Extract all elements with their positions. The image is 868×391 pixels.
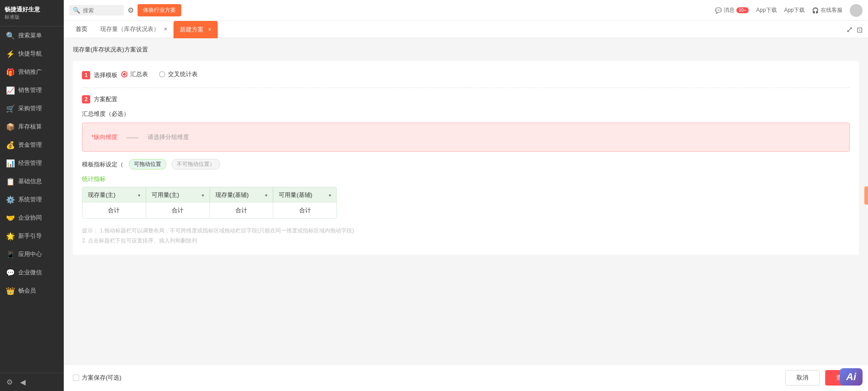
step1-header: 1 选择模板 汇总表 交叉统计表 [82,70,850,80]
right-edge-handle[interactable] [864,186,868,205]
tab-new-plan[interactable]: 新建方案 × [174,21,218,38]
sidebar-item-label: 库存核算 [18,123,42,131]
experience-btn[interactable]: 体验行业方案 [138,4,181,16]
sidebar: 畅捷通好生意 标准版 🔍 搜索菜单 ⚡ 快捷导航 🎁 营销推广 📈 销售管理 🛒… [0,0,64,391]
stat-cell-4: 合计 [273,203,337,218]
radio-summary[interactable]: 汇总表 [121,70,148,78]
message-label: 消息 [724,6,735,14]
page-title: 现存量(库存状况表)方案设置 [73,46,859,54]
sidebar-item-label: 畅会员 [18,287,36,295]
chevron-down-icon-1: ▾ [138,193,140,198]
settings-icon[interactable]: ⚙ [6,378,13,386]
stat-cell-3: 合计 [210,203,274,218]
sidebar-item-label: 营销推广 [18,68,42,76]
app-title: 畅捷通好生意 [5,5,59,14]
sidebar-item-quicknav[interactable]: ⚡ 快捷导航 [0,45,64,63]
app-download-text[interactable]: App下载 [784,6,805,14]
stat-table-header: 现存量(主) ▾ 可用量(主) ▾ 现存量(基辅) ▾ 可用量(基辅) ▾ [82,187,337,203]
tab-home[interactable]: 首页 [69,21,94,38]
step1-title: 选择模板 [94,71,117,79]
search-input[interactable] [83,7,119,14]
search-icon: 🔍 [6,31,15,40]
sidebar-item-system[interactable]: ⚙️ 系统管理 [0,190,64,209]
basic-info-icon: 📋 [6,177,15,185]
sidebar-item-purchase[interactable]: 🛒 采购管理 [0,99,64,118]
online-service-link[interactable]: 🎧 在线客服 [812,6,842,14]
hint-line-1: 提示： 1.拖动标题栏可以调整布局，不可跨维度或指标区域拖动栏目字段(只能在同一… [82,226,850,236]
hint-box: 提示： 1.拖动标题栏可以调整布局，不可跨维度或指标区域拖动栏目字段(只能在同一… [82,226,850,246]
bottom-area: 方案保存(可选) 取消 查询 [64,364,868,391]
radio-summary-circle [121,71,128,77]
stat-col-2-label: 可用量(主) [152,191,179,199]
online-service-text: 在线客服 [821,6,842,14]
dimension-section-label: 汇总维度（必选） [82,110,850,118]
sidebar-item-vip[interactable]: 👑 畅会员 [0,282,64,300]
sidebar-item-label: 系统管理 [18,196,42,204]
dimension-placeholder: 请选择分组维度 [148,133,189,141]
sidebar-item-basic-info[interactable]: 📋 基础信息 [0,172,64,190]
stat-cell-1: 合计 [82,203,146,218]
stat-col-3-label: 现存量(基辅) [215,191,249,199]
radio-cross-circle [159,71,165,77]
message-badge[interactable]: 💬 消息 99+ [715,6,749,14]
radio-cross[interactable]: 交叉统计表 [159,70,198,78]
sidebar-logo: 畅捷通好生意 标准版 [0,0,64,26]
sidebar-item-finance[interactable]: 💰 资金管理 [0,136,64,154]
cancel-button[interactable]: 取消 [785,370,820,386]
system-icon: ⚙️ [6,196,15,204]
sidebar-item-wechat[interactable]: 💬 企业微信 [0,263,64,282]
chevron-down-icon-4: ▾ [329,193,331,198]
dimension-required: *纵向维度 [92,133,117,141]
app-download-link[interactable]: App下载 [756,6,776,14]
stat-col-3[interactable]: 现存量(基辅) ▾ [210,187,274,203]
tab-inventory[interactable]: 现存量（库存状况表） × [94,21,174,38]
tab-new-plan-close[interactable]: × [208,26,211,33]
stat-cell-2: 合计 [146,203,210,218]
sidebar-item-collab[interactable]: 🤝 企业协同 [0,209,64,227]
sidebar-item-label: 搜索菜单 [18,31,42,40]
quicknav-icon: ⚡ [6,50,15,58]
template-options: 汇总表 交叉统计表 [121,70,198,78]
tabbar-expand-icon[interactable]: ⤢ ⊡ [846,25,863,35]
appstore-icon: 📱 [6,250,15,258]
stat-col-1-label: 现存量(主) [88,191,116,199]
ai-badge[interactable]: Ai [840,368,863,386]
sidebar-item-label: 快捷导航 [18,50,42,58]
sidebar-item-label: 应用中心 [18,250,42,258]
sidebar-item-marketing[interactable]: 🎁 营销推广 [0,63,64,81]
radio-summary-label: 汇总表 [130,70,148,78]
collapse-icon[interactable]: ◀ [20,378,26,386]
sidebar-item-newuser[interactable]: 🌟 新手引导 [0,227,64,245]
headset-icon: 🎧 [812,7,819,14]
sidebar-nav: 🔍 搜索菜单 ⚡ 快捷导航 🎁 营销推广 📈 销售管理 🛒 采购管理 📦 库存核… [0,26,64,373]
sidebar-item-search[interactable]: 🔍 搜索菜单 [0,26,64,45]
indicator-tag-draggable: 可拖动位置 [129,159,166,170]
sidebar-item-sales[interactable]: 📈 销售管理 [0,81,64,99]
save-checkbox[interactable] [73,375,79,381]
newuser-icon: 🌟 [6,232,15,240]
expand-icon: ⤢ [846,25,853,34]
tab-inventory-close[interactable]: × [164,26,167,32]
tab-new-plan-label: 新建方案 [180,26,204,34]
dimension-line: —— [127,134,138,141]
shrink-icon: ⊡ [857,26,863,34]
stat-col-1[interactable]: 现存量(主) ▾ [82,187,146,203]
sidebar-item-inventory[interactable]: 📦 库存核算 [0,118,64,136]
wechat-icon: 💬 [6,268,15,277]
settings-card: 1 选择模板 汇总表 交叉统计表 2 方案配置 [73,61,859,255]
app-subtitle: 标准版 [5,14,59,21]
stat-col-2[interactable]: 可用量(主) ▾ [146,187,210,203]
avatar [850,4,863,17]
inventory-icon: 📦 [6,123,15,131]
sidebar-item-appstore[interactable]: 📱 应用中心 [0,245,64,263]
sidebar-item-management[interactable]: 📊 经营管理 [0,154,64,172]
indicator-tag-undraggable: 不可拖动位置） [172,159,220,170]
step2-number: 2 [82,95,90,103]
vip-icon: 👑 [6,287,15,295]
tabbar: 首页 现存量（库存状况表） × 新建方案 × ⤢ ⊡ [64,21,868,38]
gear-icon[interactable]: ⚙ [128,6,134,15]
collab-icon: 🤝 [6,214,15,222]
tab-inventory-label: 现存量（库存状况表） [100,25,159,33]
sidebar-bottom: ⚙ ◀ [0,373,64,391]
stat-col-4[interactable]: 可用量(基辅) ▾ [273,187,337,203]
